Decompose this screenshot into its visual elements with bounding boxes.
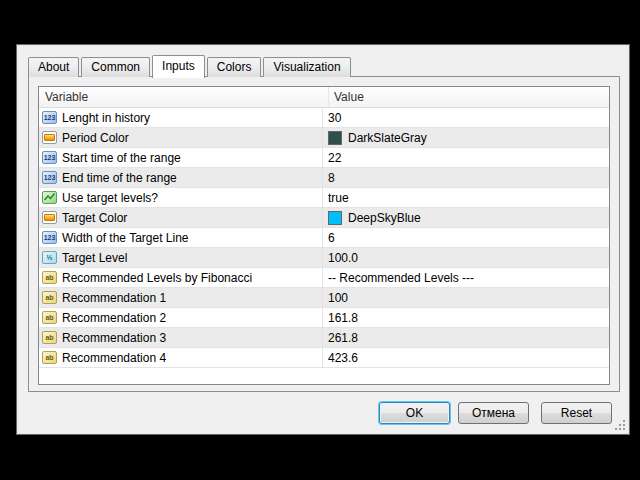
int-icon: 123 bbox=[42, 171, 57, 184]
color-chip bbox=[44, 134, 55, 141]
value-cell[interactable]: 22 bbox=[323, 148, 609, 167]
column-header-variable[interactable]: Variable bbox=[39, 87, 329, 107]
value-cell[interactable]: DarkSlateGray bbox=[323, 128, 609, 147]
string-icon: ab bbox=[42, 271, 57, 284]
tab-inputs[interactable]: Inputs bbox=[152, 55, 205, 78]
tab-bar: AboutCommonInputsColorsVisualization bbox=[28, 55, 353, 77]
value-cell[interactable]: 8 bbox=[323, 168, 609, 187]
variable-label: Recommended Levels by Fibonacci bbox=[62, 271, 252, 285]
variable-cell: abRecommendation 3 bbox=[39, 328, 323, 347]
color-swatch bbox=[328, 131, 342, 145]
table-row[interactable]: abRecommendation 1100 bbox=[39, 288, 609, 308]
column-header-value[interactable]: Value bbox=[329, 87, 609, 107]
table-row[interactable]: abRecommended Levels by Fibonacci-- Reco… bbox=[39, 268, 609, 288]
variable-cell: 123Lenght in history bbox=[39, 108, 323, 127]
value-label: DarkSlateGray bbox=[348, 131, 427, 145]
table-row[interactable]: 123Lenght in history30 bbox=[39, 108, 609, 128]
table-row[interactable]: abRecommendation 3261.8 bbox=[39, 328, 609, 348]
variable-cell: 123End time of the range bbox=[39, 168, 323, 187]
table-row[interactable]: abRecommendation 2161.8 bbox=[39, 308, 609, 328]
tab-about[interactable]: About bbox=[28, 57, 79, 77]
table-row[interactable]: 123End time of the range8 bbox=[39, 168, 609, 188]
value-cell[interactable]: -- Recommended Levels --- bbox=[323, 268, 609, 287]
table-row[interactable]: 123Width of the Target Line6 bbox=[39, 228, 609, 248]
tab-colors[interactable]: Colors bbox=[207, 57, 262, 77]
tab-visualization[interactable]: Visualization bbox=[263, 57, 350, 77]
variable-label: Recommendation 3 bbox=[62, 331, 166, 345]
variable-cell: abRecommendation 4 bbox=[39, 348, 323, 367]
value-label: 22 bbox=[328, 151, 341, 165]
value-cell[interactable]: 30 bbox=[323, 108, 609, 127]
variable-cell: Target Color bbox=[39, 208, 323, 227]
value-label: -- Recommended Levels --- bbox=[328, 271, 474, 285]
int-icon: 123 bbox=[42, 151, 57, 164]
variable-cell: 123Start time of the range bbox=[39, 148, 323, 167]
table-body: 123Lenght in history30Period ColorDarkSl… bbox=[39, 108, 609, 368]
value-label: 8 bbox=[328, 171, 335, 185]
string-icon: ab bbox=[42, 351, 57, 364]
color-icon bbox=[42, 131, 57, 144]
variable-cell: ½Target Level bbox=[39, 248, 323, 267]
value-label: 100.0 bbox=[328, 251, 358, 265]
value-label: 161.8 bbox=[328, 311, 358, 325]
tab-common[interactable]: Common bbox=[81, 57, 150, 77]
value-cell[interactable]: true bbox=[323, 188, 609, 207]
table-row[interactable]: 123Start time of the range22 bbox=[39, 148, 609, 168]
int-icon: 123 bbox=[42, 231, 57, 244]
variable-label: Recommendation 4 bbox=[62, 351, 166, 365]
inputs-dialog: AboutCommonInputsColorsVisualization Var… bbox=[16, 44, 630, 435]
variable-label: Width of the Target Line bbox=[62, 231, 189, 245]
string-icon: ab bbox=[42, 291, 57, 304]
double-icon: ½ bbox=[42, 251, 57, 264]
value-label: 6 bbox=[328, 231, 335, 245]
value-cell[interactable]: 161.8 bbox=[323, 308, 609, 327]
variable-cell: 123Width of the Target Line bbox=[39, 228, 323, 247]
table-row[interactable]: Period ColorDarkSlateGray bbox=[39, 128, 609, 148]
color-chip bbox=[44, 214, 55, 221]
reset-button[interactable]: Reset bbox=[541, 402, 612, 424]
table-row[interactable]: Target ColorDeepSkyBlue bbox=[39, 208, 609, 228]
variable-cell: abRecommended Levels by Fibonacci bbox=[39, 268, 323, 287]
variable-label: Target Level bbox=[62, 251, 127, 265]
color-icon bbox=[42, 211, 57, 224]
variable-label: Use target levels? bbox=[62, 191, 158, 205]
value-cell[interactable]: DeepSkyBlue bbox=[323, 208, 609, 227]
value-cell[interactable]: 100 bbox=[323, 288, 609, 307]
cancel-button[interactable]: Отмена bbox=[458, 402, 529, 424]
variable-cell: Use target levels? bbox=[39, 188, 323, 207]
table-row[interactable]: abRecommendation 4423.6 bbox=[39, 348, 609, 368]
ok-button[interactable]: OK bbox=[379, 402, 450, 424]
value-cell[interactable]: 6 bbox=[323, 228, 609, 247]
variable-label: Recommendation 1 bbox=[62, 291, 166, 305]
resize-grip-icon[interactable] bbox=[615, 420, 625, 430]
value-label: DeepSkyBlue bbox=[348, 211, 421, 225]
variable-cell: abRecommendation 2 bbox=[39, 308, 323, 327]
value-label: true bbox=[328, 191, 349, 205]
variable-label: Lenght in history bbox=[62, 111, 150, 125]
string-icon: ab bbox=[42, 311, 57, 324]
variable-label: Target Color bbox=[62, 211, 127, 225]
int-icon: 123 bbox=[42, 111, 57, 124]
color-swatch bbox=[328, 211, 342, 225]
table-row[interactable]: Use target levels?true bbox=[39, 188, 609, 208]
variable-label: Start time of the range bbox=[62, 151, 181, 165]
variable-label: Period Color bbox=[62, 131, 129, 145]
variable-label: Recommendation 2 bbox=[62, 311, 166, 325]
variable-cell: Period Color bbox=[39, 128, 323, 147]
bool-icon bbox=[42, 191, 57, 204]
value-label: 100 bbox=[328, 291, 348, 305]
table-row[interactable]: ½Target Level100.0 bbox=[39, 248, 609, 268]
string-icon: ab bbox=[42, 331, 57, 344]
value-cell[interactable]: 261.8 bbox=[323, 328, 609, 347]
variable-label: End time of the range bbox=[62, 171, 177, 185]
value-label: 261.8 bbox=[328, 331, 358, 345]
value-label: 30 bbox=[328, 111, 341, 125]
value-cell[interactable]: 100.0 bbox=[323, 248, 609, 267]
parameters-table: Variable Value 123Lenght in history30Per… bbox=[38, 86, 610, 385]
value-label: 423.6 bbox=[328, 351, 358, 365]
table-header: Variable Value bbox=[39, 87, 609, 108]
variable-cell: abRecommendation 1 bbox=[39, 288, 323, 307]
value-cell[interactable]: 423.6 bbox=[323, 348, 609, 367]
